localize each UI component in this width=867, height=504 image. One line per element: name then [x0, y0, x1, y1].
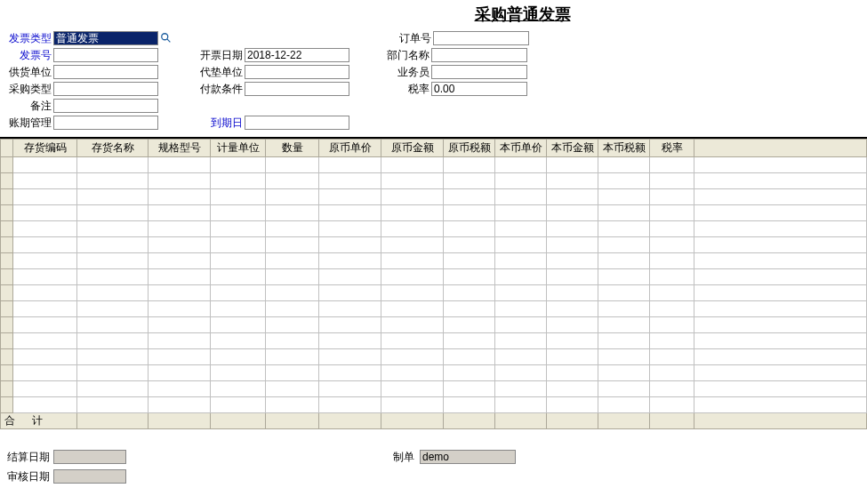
cell[interactable] — [694, 285, 867, 301]
cell[interactable] — [211, 173, 266, 189]
cell[interactable] — [381, 173, 444, 189]
supplier-input[interactable] — [53, 65, 158, 79]
row-header[interactable] — [1, 381, 13, 397]
period-mgmt-input[interactable] — [53, 116, 158, 130]
cell[interactable] — [77, 269, 149, 285]
cell[interactable] — [77, 237, 149, 253]
cell[interactable] — [211, 237, 266, 253]
cell[interactable] — [149, 333, 211, 349]
cell[interactable] — [495, 253, 547, 269]
cell[interactable] — [547, 333, 598, 349]
cell[interactable] — [211, 301, 266, 317]
cell[interactable] — [650, 157, 694, 173]
cell[interactable] — [13, 253, 77, 269]
table-row[interactable] — [1, 397, 867, 413]
cell[interactable] — [598, 397, 650, 413]
cell[interactable] — [77, 157, 149, 173]
audit-date-input[interactable] — [53, 469, 126, 484]
cell[interactable] — [211, 205, 266, 221]
cell[interactable] — [547, 173, 598, 189]
cell[interactable] — [694, 317, 867, 333]
cell[interactable] — [694, 333, 867, 349]
cell[interactable] — [598, 205, 650, 221]
cell[interactable] — [211, 157, 266, 173]
cell[interactable] — [547, 237, 598, 253]
cell[interactable] — [444, 349, 495, 365]
cell[interactable] — [444, 173, 495, 189]
cell[interactable] — [211, 381, 266, 397]
table-row[interactable] — [1, 333, 867, 349]
cell[interactable] — [381, 269, 444, 285]
cell[interactable] — [495, 333, 547, 349]
table-row[interactable] — [1, 205, 867, 221]
cell[interactable] — [149, 205, 211, 221]
cell[interactable] — [211, 333, 266, 349]
cell[interactable] — [381, 333, 444, 349]
cell[interactable] — [694, 349, 867, 365]
cell[interactable] — [319, 157, 381, 173]
cell[interactable] — [444, 205, 495, 221]
cell[interactable] — [211, 221, 266, 237]
column-header[interactable]: 存货编码 — [13, 140, 77, 157]
cell[interactable] — [77, 381, 149, 397]
cell[interactable] — [598, 221, 650, 237]
cell[interactable] — [694, 157, 867, 173]
cell[interactable] — [211, 365, 266, 381]
cell[interactable] — [598, 269, 650, 285]
data-grid[interactable]: 存货编码存货名称规格型号计量单位数量原币单价原币金额原币税额本币单价本币金额本币… — [0, 139, 867, 429]
cell[interactable] — [13, 365, 77, 381]
cell[interactable] — [694, 397, 867, 413]
cell[interactable] — [444, 237, 495, 253]
cell[interactable] — [266, 173, 319, 189]
cell[interactable] — [149, 397, 211, 413]
cell[interactable] — [598, 173, 650, 189]
invoice-date-input[interactable] — [245, 48, 349, 62]
cell[interactable] — [77, 317, 149, 333]
cell[interactable] — [495, 317, 547, 333]
settle-date-input[interactable] — [53, 450, 126, 464]
cell[interactable] — [381, 157, 444, 173]
cell[interactable] — [319, 173, 381, 189]
cell[interactable] — [319, 301, 381, 317]
cell[interactable] — [77, 349, 149, 365]
cell[interactable] — [266, 381, 319, 397]
cell[interactable] — [319, 221, 381, 237]
cell[interactable] — [694, 205, 867, 221]
cell[interactable] — [650, 397, 694, 413]
cell[interactable] — [598, 253, 650, 269]
cell[interactable] — [149, 317, 211, 333]
cell[interactable] — [319, 237, 381, 253]
row-header[interactable] — [1, 205, 13, 221]
cell[interactable] — [650, 317, 694, 333]
cell[interactable] — [149, 237, 211, 253]
table-row[interactable] — [1, 301, 867, 317]
row-header[interactable] — [1, 397, 13, 413]
cell[interactable] — [266, 317, 319, 333]
cell[interactable] — [694, 269, 867, 285]
cell[interactable] — [495, 237, 547, 253]
cell[interactable] — [547, 397, 598, 413]
lookup-icon[interactable] — [159, 31, 173, 45]
column-header[interactable]: 原币税额 — [444, 140, 495, 157]
cell[interactable] — [598, 189, 650, 205]
cell[interactable] — [13, 349, 77, 365]
cell[interactable] — [694, 173, 867, 189]
cell[interactable] — [381, 237, 444, 253]
cell[interactable] — [319, 205, 381, 221]
cell[interactable] — [13, 237, 77, 253]
remark-input[interactable] — [53, 99, 158, 113]
cell[interactable] — [266, 237, 319, 253]
table-row[interactable] — [1, 221, 867, 237]
cell[interactable] — [13, 157, 77, 173]
cell[interactable] — [211, 253, 266, 269]
cell[interactable] — [266, 285, 319, 301]
cell[interactable] — [547, 317, 598, 333]
cell[interactable] — [13, 269, 77, 285]
cell[interactable] — [266, 365, 319, 381]
cell[interactable] — [495, 301, 547, 317]
cell[interactable] — [547, 253, 598, 269]
cell[interactable] — [495, 157, 547, 173]
row-header[interactable] — [1, 189, 13, 205]
dept-name-input[interactable] — [431, 48, 527, 62]
cell[interactable] — [650, 253, 694, 269]
